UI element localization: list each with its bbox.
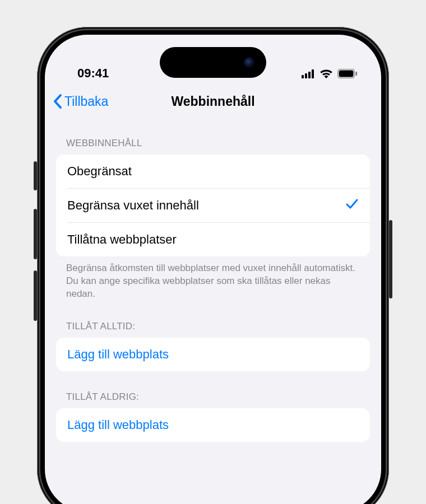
wifi-icon [320,69,333,81]
status-icons [302,69,358,81]
svg-rect-6 [356,72,358,76]
svg-rect-2 [308,72,311,78]
section-header-deny: TILLÅT ALDRIG: [56,371,370,408]
signal-icon [302,69,315,81]
option-allowed-only[interactable]: Tillåtna webbplatser [56,223,370,256]
web-content-options-group: Obegränsat Begränsa vuxet innehåll Tillå… [56,155,370,256]
section-footer-main: Begränsa åtkomsten till webbplatser med … [56,256,370,301]
status-time: 09:41 [77,66,109,81]
dynamic-island [160,47,266,78]
content-area: WEBBINNEHÅLL Obegränsat Begränsa vuxet i… [45,118,381,442]
battery-icon [337,69,358,81]
allow-group: Lägg till webbplats [56,338,370,371]
section-header-main: WEBBINNEHÅLL [56,118,370,155]
back-button[interactable]: Tillbaka [53,94,108,109]
side-button-silence [34,161,37,190]
svg-rect-5 [339,71,354,77]
option-unrestricted[interactable]: Obegränsat [56,155,370,188]
side-button-vol-up [34,209,37,259]
option-limit-adult[interactable]: Begränsa vuxet innehåll [56,189,370,222]
add-site-label: Lägg till webbplats [67,347,359,362]
option-label: Begränsa vuxet innehåll [67,198,345,213]
chevron-left-icon [53,94,62,109]
phone-frame: 09:41 [37,27,389,504]
svg-rect-1 [305,73,307,78]
add-denied-site-button[interactable]: Lägg till webbplats [56,408,370,442]
side-button-power [389,220,392,298]
nav-bar: Tillbaka Webbinnehåll [45,85,381,118]
screen: 09:41 [45,35,381,504]
deny-group: Lägg till webbplats [56,408,370,442]
option-label: Obegränsat [67,164,359,179]
add-site-label: Lägg till webbplats [67,418,359,432]
checkmark-icon [345,197,359,214]
back-label: Tillbaka [64,94,108,109]
side-button-vol-down [34,270,37,321]
add-allowed-site-button[interactable]: Lägg till webbplats [56,338,370,371]
page-title: Webbinnehåll [171,94,254,109]
front-camera [244,57,255,68]
option-label: Tillåtna webbplatser [67,232,359,247]
svg-rect-3 [312,69,314,78]
section-header-allow: TILLÅT ALLTID: [56,301,370,338]
svg-rect-0 [302,75,304,78]
